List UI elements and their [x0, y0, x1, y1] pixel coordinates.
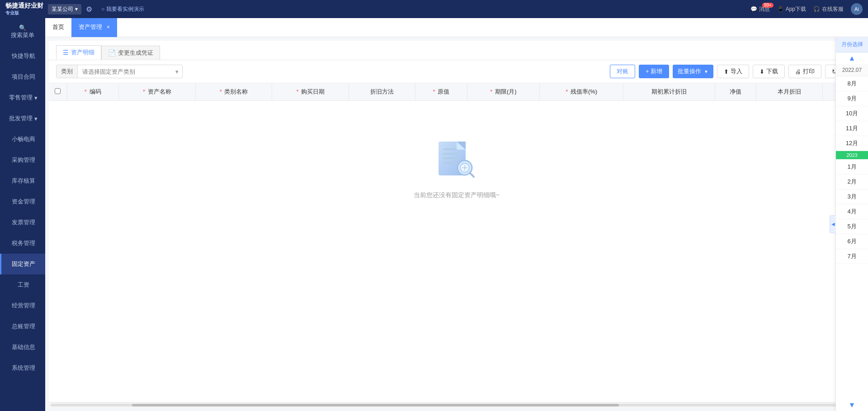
svg-line-11 [470, 173, 474, 177]
month-item-dec-2022[interactable]: 12月 [836, 136, 868, 151]
batch-button[interactable]: 批量操作 ▼ [673, 65, 713, 78]
page-content: ☰ 资产明细 📄 变更生成凭证 类别 ▾ [45, 37, 868, 411]
app-name: 畅捷通好业财 [5, 2, 43, 9]
online-service-button[interactable]: 🎧 在线客服 [813, 5, 844, 13]
import-icon: ⬆ [724, 68, 729, 75]
subtab-change-voucher[interactable]: 📄 变更生成凭证 [101, 46, 160, 60]
th-original-value: * 原值 [415, 83, 467, 101]
tab-asset-mgmt[interactable]: 资产管理 × [71, 18, 117, 37]
top-bar: 畅捷通好业财 专业版 某某公司 ▾ ⚙ ○ 我要看实例演示 💬 消息 99+ 📱… [0, 0, 868, 18]
sidebar-item-wholesale[interactable]: 批发管理 ▾ [0, 108, 45, 129]
sidebar-item-assets[interactable]: 固定资产 [0, 254, 45, 274]
sidebar-item-inventory[interactable]: 库存核算 [0, 170, 45, 191]
month-item-mar-2023[interactable]: 3月 [836, 189, 868, 204]
tab-close-icon[interactable]: × [107, 24, 110, 30]
sidebar-item-system[interactable]: 系统管理 [0, 358, 45, 378]
sidebar-search[interactable]: 🔍 搜索菜单 [0, 18, 45, 46]
sidebar-item-tax[interactable]: 税务管理 [0, 233, 45, 254]
month-item-sep-2022[interactable]: 9月 [836, 91, 868, 106]
message-icon: 💬 [750, 6, 757, 12]
month-item-jan-2023[interactable]: 1月 [836, 160, 868, 175]
month-item-jul-2023[interactable]: 7月 [836, 249, 868, 264]
demo-button[interactable]: ○ 我要看实例演示 [101, 5, 144, 13]
sidebar-item-retail[interactable]: 零售管理 ▾ [0, 87, 45, 108]
sidebar-item-ledger[interactable]: 总账管理 [0, 316, 45, 337]
sidebar-item-operations[interactable]: 经营管理 [0, 295, 45, 316]
th-code: * 编码 [67, 83, 118, 101]
month-item-oct-2022[interactable]: 10月 [836, 106, 868, 121]
print-icon: 🖨 [795, 68, 801, 75]
main-layout: 🔍 搜索菜单 快捷导航 项目合同 零售管理 ▾ 批发管理 ▾ 小畅电商 采购管理… [0, 18, 868, 411]
month-item-nov-2022[interactable]: 11月 [836, 121, 868, 136]
sidebar: 🔍 搜索菜单 快捷导航 项目合同 零售管理 ▾ 批发管理 ▾ 小畅电商 采购管理… [0, 18, 45, 411]
settings-icon[interactable]: ⚙ [86, 5, 92, 14]
app-download-label: App下载 [786, 5, 806, 13]
bottom-scrollbar[interactable] [49, 402, 864, 407]
toolbar-left: 类别 ▾ [56, 65, 183, 78]
app-logo: 畅捷通好业财 专业版 [5, 2, 43, 16]
month-up-button[interactable]: ▲ [836, 52, 868, 64]
batch-arrow-icon: ▼ [704, 69, 708, 74]
list-icon: ☰ [63, 49, 69, 56]
demo-label: 我要看实例演示 [106, 5, 144, 13]
month-panel-header: 月份选择 [836, 37, 868, 52]
sidebar-item-quicknav[interactable]: 快捷导航 [0, 46, 45, 66]
sidebar-item-purchase[interactable]: 采购管理 [0, 150, 45, 170]
content-area: 首页 资产管理 × ☰ 资产明细 📄 变更生成凭证 [45, 18, 868, 411]
month-scroll-area: 2022.07 8月 9月 10月 11月 12月 [836, 64, 868, 399]
chevron-down-icon: ▾ [75, 6, 78, 12]
sidebar-item-invoice[interactable]: 发票管理 [0, 212, 45, 233]
reconcile-button[interactable]: 对账 [610, 65, 635, 78]
scroll-thumb [132, 404, 619, 406]
finance-label: 资金管理 [12, 198, 35, 205]
message-badge: 99+ [762, 3, 774, 8]
month-down-button[interactable]: ▼ [836, 399, 868, 411]
sidebar-item-project[interactable]: 项目合同 [0, 66, 45, 87]
select-all-checkbox[interactable] [55, 88, 61, 94]
purchase-label: 采购管理 [12, 156, 35, 163]
category-label: 类别 [57, 65, 78, 78]
month-panel-collapse-button[interactable]: ◀ [830, 215, 836, 233]
assets-table: * 编码 * 资产名称 * 类别名称 [49, 83, 864, 236]
basicinfo-label: 基础信息 [12, 344, 35, 350]
subtab-asset-detail[interactable]: ☰ 资产明细 [56, 45, 101, 60]
svg-rect-3 [443, 157, 460, 159]
add-label: + 新增 [646, 67, 662, 76]
sidebar-item-salary[interactable]: 工资 [0, 274, 45, 295]
main-panel: ☰ 资产明细 📄 变更生成凭证 类别 ▾ [49, 41, 864, 407]
month-item-apr-2023[interactable]: 4月 [836, 204, 868, 219]
month-item-jun-2023[interactable]: 6月 [836, 234, 868, 249]
sidebar-item-basicinfo[interactable]: 基础信息 [0, 337, 45, 358]
company-selector[interactable]: 某某公司 ▾ [48, 4, 81, 14]
app-download-button[interactable]: 📱 App下载 [777, 5, 806, 13]
ecommerce-label: 小畅电商 [12, 136, 35, 142]
download-icon: ⬇ [760, 68, 764, 75]
avatar[interactable]: Ai [851, 3, 863, 15]
month-item-feb-2023[interactable]: 2月 [836, 175, 868, 189]
top-bar-right: 💬 消息 99+ 📱 App下载 🎧 在线客服 Ai [750, 3, 863, 15]
tab-bar: 首页 资产管理 × [45, 18, 868, 37]
empty-text: 当前您还没有固定资产明细哦~ [414, 191, 500, 199]
sidebar-item-finance[interactable]: 资金管理 [0, 191, 45, 212]
sidebar-item-ecommerce[interactable]: 小畅电商 [0, 129, 45, 150]
print-button[interactable]: 🖨 打印 [788, 65, 821, 78]
reconcile-label: 对账 [617, 67, 628, 76]
month-item-may-2023[interactable]: 5月 [836, 219, 868, 234]
operations-label: 经营管理 [12, 302, 35, 309]
search-icon: 🔍 [19, 24, 26, 31]
collapse-icon: ◀ [831, 222, 835, 227]
change-voucher-label: 变更生成凭证 [118, 49, 153, 57]
import-button[interactable]: ⬆ 导入 [717, 65, 749, 78]
th-residual-rate: * 残值率(%) [540, 83, 623, 101]
month-item-aug-2022[interactable]: 8月 [836, 76, 868, 91]
tab-asset-mgmt-label: 资产管理 [79, 23, 102, 31]
avatar-text: Ai [854, 6, 859, 12]
tab-home[interactable]: 首页 [45, 18, 71, 37]
add-button[interactable]: + 新增 [639, 65, 669, 78]
message-button[interactable]: 💬 消息 99+ [750, 5, 770, 13]
category-input[interactable] [78, 66, 172, 77]
download-button[interactable]: ⬇ 下载 [753, 65, 785, 78]
category-arrow-icon[interactable]: ▾ [172, 66, 182, 77]
headset-icon: 🎧 [813, 6, 820, 12]
year-label-2022: 2022.07 [836, 64, 868, 76]
